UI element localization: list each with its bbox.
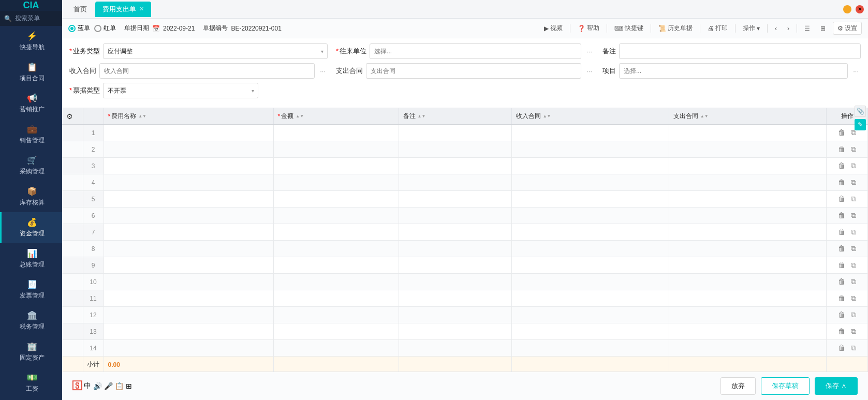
amount-cell[interactable] <box>273 323 399 340</box>
next-button[interactable]: › <box>784 24 792 33</box>
project-dots-icon[interactable]: ··· <box>851 67 861 75</box>
expense-name-cell[interactable] <box>104 208 273 224</box>
expense-contract-cell[interactable] <box>669 307 826 323</box>
income-contract-cell[interactable] <box>511 323 669 340</box>
expense-name-cell[interactable] <box>104 290 273 307</box>
remark-cell[interactable] <box>399 191 511 208</box>
save-draft-button[interactable]: 保存草稿 <box>761 377 810 395</box>
income-contract-cell[interactable] <box>511 290 669 307</box>
income-contract-sort-icon[interactable]: ▲▼ <box>543 114 551 118</box>
expense-contract-cell[interactable] <box>669 208 826 224</box>
expense-contract-cell[interactable] <box>669 158 826 174</box>
remark-cell[interactable] <box>399 257 511 274</box>
delete-row-icon[interactable]: 🗑 <box>836 244 847 253</box>
amount-cell[interactable] <box>273 174 399 191</box>
income-contract-cell[interactable] <box>511 208 669 224</box>
income-contract-cell[interactable] <box>511 257 669 274</box>
income-contract-cell[interactable] <box>511 340 669 357</box>
expense-contract-cell[interactable] <box>669 174 826 191</box>
sidebar-item-fixed-assets[interactable]: 🏢 固定资产 <box>0 336 62 367</box>
delete-row-icon[interactable]: 🗑 <box>836 211 847 219</box>
amount-cell[interactable] <box>273 224 399 241</box>
minimize-button[interactable] <box>843 5 851 13</box>
remark-cell[interactable] <box>399 125 511 141</box>
copy-row-icon[interactable]: ⧉ <box>849 344 858 352</box>
delete-row-icon[interactable]: 🗑 <box>836 128 847 137</box>
partner-input[interactable] <box>370 43 581 59</box>
tab-home[interactable]: 首页 <box>66 2 94 17</box>
delete-row-icon[interactable]: 🗑 <box>836 310 847 319</box>
expense-contract-sort-icon[interactable]: ▲▼ <box>700 114 709 118</box>
copy-row-icon[interactable]: ⧉ <box>849 310 858 319</box>
business-type-select[interactable]: 应付调整 <box>103 43 328 59</box>
help-button[interactable]: ❓ 帮助 <box>575 23 602 34</box>
income-contract-cell[interactable] <box>511 307 669 323</box>
delete-row-icon[interactable]: 🗑 <box>836 327 847 335</box>
discard-button[interactable]: 放弃 <box>720 377 756 395</box>
expense-contract-cell[interactable] <box>669 274 826 290</box>
settings-button[interactable]: ⚙ 设置 <box>833 22 862 35</box>
table-settings-gear-icon[interactable]: ⚙ <box>66 112 73 121</box>
tab-expense[interactable]: 费用支出单 ✕ <box>95 2 151 17</box>
video-button[interactable]: ▶ 视频 <box>541 23 566 34</box>
sidebar-item-quick-nav[interactable]: ⚡ 快捷导航 <box>0 26 62 57</box>
amount-cell[interactable] <box>273 241 399 257</box>
income-contract-cell[interactable] <box>511 274 669 290</box>
income-contract-cell[interactable] <box>511 191 669 208</box>
remark-cell[interactable] <box>399 224 511 241</box>
amount-cell[interactable] <box>273 125 399 141</box>
edge-action-icon[interactable]: ✎ <box>855 119 866 130</box>
project-input[interactable] <box>619 63 848 79</box>
income-contract-cell[interactable] <box>511 141 669 158</box>
sidebar-item-tax[interactable]: 🏛️ 税务管理 <box>0 305 62 336</box>
expense-contract-cell[interactable] <box>669 340 826 357</box>
history-button[interactable]: 📜 历史单据 <box>655 23 696 34</box>
list-view-button[interactable]: ☰ <box>801 24 813 33</box>
expense-name-cell[interactable] <box>104 174 273 191</box>
expense-name-sort-icon[interactable]: ▲▼ <box>138 114 146 118</box>
copy-row-icon[interactable]: ⧉ <box>849 277 858 286</box>
remark-cell[interactable] <box>399 241 511 257</box>
copy-row-icon[interactable]: ⧉ <box>849 161 858 170</box>
amount-cell[interactable] <box>273 257 399 274</box>
prev-button[interactable]: ‹ <box>772 24 780 33</box>
expense-contract-dots-icon[interactable]: ··· <box>584 67 594 75</box>
print-button[interactable]: 🖨 打印 <box>704 23 731 34</box>
close-button[interactable]: ✕ <box>856 5 864 13</box>
expense-contract-cell[interactable] <box>669 191 826 208</box>
expense-name-cell[interactable] <box>104 158 273 174</box>
copy-row-icon[interactable]: ⧉ <box>849 228 858 236</box>
invoice-type-select[interactable]: 不开票 <box>103 83 258 98</box>
copy-row-icon[interactable]: ⧉ <box>849 195 858 203</box>
table-settings-col[interactable]: ⚙ <box>62 108 83 125</box>
income-contract-dots-icon[interactable]: ··· <box>318 67 328 75</box>
delete-row-icon[interactable]: 🗑 <box>836 178 847 186</box>
sidebar-item-project-contract[interactable]: 📋 项目合同 <box>0 57 62 88</box>
copy-row-icon[interactable]: ⧉ <box>849 145 858 153</box>
income-contract-cell[interactable] <box>511 241 669 257</box>
delete-row-icon[interactable]: 🗑 <box>836 294 847 302</box>
blue-bill-radio[interactable]: 蓝单 <box>68 24 90 33</box>
expense-name-cell[interactable] <box>104 191 273 208</box>
amount-cell[interactable] <box>273 340 399 357</box>
amount-cell[interactable] <box>273 274 399 290</box>
expense-name-cell[interactable] <box>104 141 273 158</box>
red-bill-radio[interactable]: 红单 <box>94 24 116 33</box>
expense-name-cell[interactable] <box>104 340 273 357</box>
amount-cell[interactable] <box>273 208 399 224</box>
sidebar-item-purchase[interactable]: 🛒 采购管理 <box>0 150 62 181</box>
expense-contract-cell[interactable] <box>669 125 826 141</box>
delete-row-icon[interactable]: 🗑 <box>836 161 847 170</box>
copy-row-icon[interactable]: ⧉ <box>849 261 858 269</box>
copy-row-icon[interactable]: ⧉ <box>849 211 858 219</box>
income-contract-cell[interactable] <box>511 125 669 141</box>
sidebar-item-capital[interactable]: 💰 资金管理 <box>0 212 62 243</box>
expense-name-cell[interactable] <box>104 224 273 241</box>
remark-cell[interactable] <box>399 274 511 290</box>
expense-contract-cell[interactable] <box>669 141 826 158</box>
amount-cell[interactable] <box>273 191 399 208</box>
remark-cell[interactable] <box>399 340 511 357</box>
sidebar-item-accounting[interactable]: 📊 总账管理 <box>0 243 62 274</box>
tab-close-icon[interactable]: ✕ <box>139 6 144 12</box>
delete-row-icon[interactable]: 🗑 <box>836 195 847 203</box>
